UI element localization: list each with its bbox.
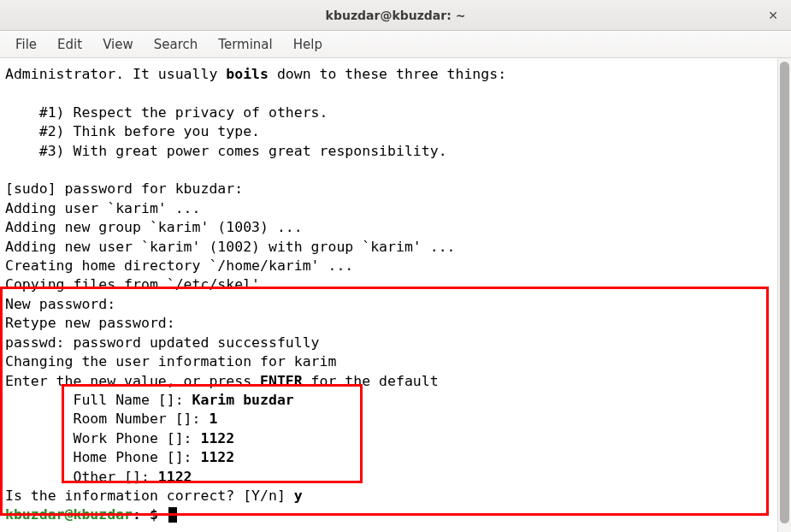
term-input-value: Karim buzdar [192,392,294,408]
close-icon[interactable]: ✕ [765,8,781,23]
term-line: New password: [5,296,124,312]
term-line: Other []: [5,469,158,485]
prompt-dollar: $ [150,506,167,523]
term-line: down to these three things: [269,66,506,82]
term-input-value: 1122 [200,430,234,446]
term-line: Retype new password: [5,315,184,331]
term-line: Copying files from `/etc/skel' ... [5,276,294,293]
term-line: Room Number []: [5,411,209,427]
term-line: Administrator. It usually [5,66,226,82]
term-line: passwd: password updated successfully [5,334,320,351]
term-line: Adding new group `karim' (1003) ... [5,219,303,235]
prompt-path: ~ [141,506,150,523]
term-input-value: y [294,488,303,504]
terminal-viewport[interactable]: Administrator. It usually boils down to … [0,58,777,532]
term-line: [sudo] password for kbuzdar: [5,180,251,197]
term-line: Adding new user `karim' (1002) with grou… [5,239,456,255]
term-line: Creating home directory `/home/karim' ..… [5,257,353,274]
terminal-area: Administrator. It usually boils down to … [0,58,791,532]
menu-terminal[interactable]: Terminal [210,33,280,56]
menu-view[interactable]: View [94,33,142,56]
scrollbar-vertical[interactable] [777,58,791,532]
term-line: Enter the new value, or press [5,373,260,389]
term-line: Work Phone []: [5,430,200,446]
window-title: kbuzdar@kbuzdar: ~ [326,9,466,22]
menu-search[interactable]: Search [145,33,207,56]
menu-edit[interactable]: Edit [49,33,91,56]
prompt-separator: : [133,506,141,523]
term-line: Changing the user information for karim [5,353,336,369]
term-input-value: 1 [209,411,217,427]
term-line: #1) Respect the privacy of others. [5,104,328,121]
term-line: Adding user `karim' ... [5,200,200,216]
term-line-bold: boils [226,66,269,82]
term-line: #3) With great power comes great respons… [5,143,447,159]
term-line: Home Phone []: [5,449,200,465]
term-line-bold: ENTER [260,373,303,389]
menu-help[interactable]: Help [285,33,331,56]
menu-file[interactable]: File [7,33,45,56]
window-titlebar: kbuzdar@kbuzdar: ~ ✕ [0,0,791,31]
term-line: for the default [303,373,439,389]
scrollbar-thumb[interactable] [780,62,789,523]
menu-bar: File Edit View Search Terminal Help [0,31,791,58]
prompt-user-host: kbuzdar@kbuzdar [5,506,133,523]
term-input-value: 1122 [200,449,234,465]
cursor-icon [168,507,177,523]
term-line: #2) Think before you type. [5,123,260,139]
terminal-content: Administrator. It usually boils down to … [5,65,772,525]
term-input-value: 1122 [158,469,192,485]
term-line: Is the information correct? [Y/n] [5,488,294,504]
term-line: Full Name []: [5,392,192,408]
